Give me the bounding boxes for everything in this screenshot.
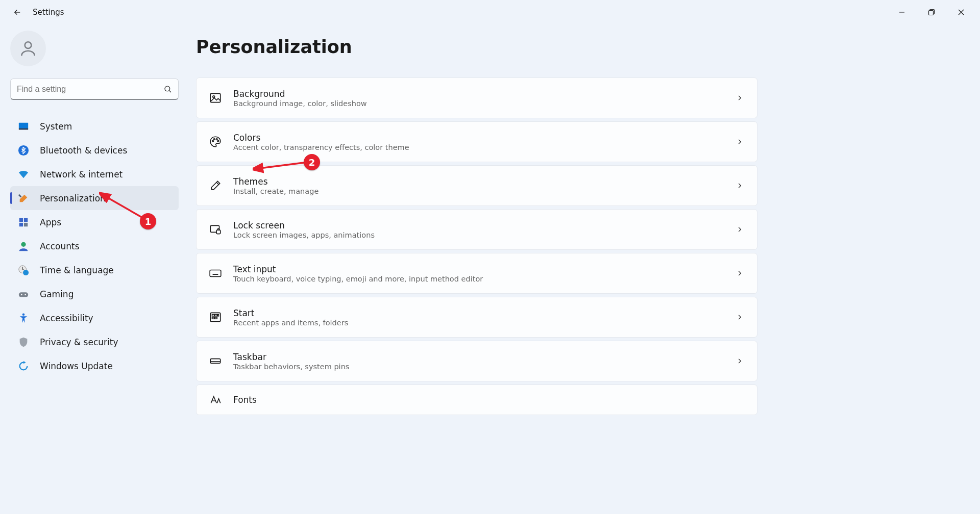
titlebar: Settings <box>0 0 980 24</box>
sidebar-nav: System Bluetooth & devices Network & int… <box>10 114 179 378</box>
arrow-left-icon <box>13 8 22 17</box>
keyboard-icon <box>209 267 222 280</box>
app-title: Settings <box>33 8 64 17</box>
taskbar-icon <box>209 354 222 368</box>
card-start[interactable]: Start Recent apps and items, folders <box>196 297 757 338</box>
card-lock-screen[interactable]: Lock screen Lock screen images, apps, an… <box>196 209 757 250</box>
palette-icon <box>209 135 222 148</box>
gamepad-icon <box>17 288 30 300</box>
card-background[interactable]: Background Background image, color, slid… <box>196 78 757 118</box>
search-box <box>10 79 179 100</box>
card-fonts[interactable]: Fonts <box>196 384 757 415</box>
svg-rect-11 <box>18 194 21 197</box>
font-icon <box>209 393 222 406</box>
sidebar-item-bluetooth[interactable]: Bluetooth & devices <box>10 138 179 162</box>
svg-point-5 <box>25 42 32 48</box>
clock-globe-icon <box>17 264 30 276</box>
sidebar-item-network[interactable]: Network & internet <box>10 162 179 186</box>
chevron-right-icon <box>734 138 745 145</box>
svg-point-29 <box>217 141 219 142</box>
account-icon <box>17 240 30 252</box>
display-icon <box>17 120 30 133</box>
sidebar-item-label: Windows Update <box>40 361 113 371</box>
picture-icon <box>209 91 222 105</box>
maximize-button[interactable] <box>917 2 946 22</box>
svg-rect-24 <box>210 93 220 102</box>
card-title: Fonts <box>233 395 745 405</box>
minimize-icon <box>899 9 905 15</box>
svg-rect-32 <box>210 270 221 277</box>
sidebar-item-label: Personalization <box>40 193 106 203</box>
svg-point-21 <box>24 294 26 295</box>
card-title: Lock screen <box>233 220 723 230</box>
person-icon <box>18 39 38 58</box>
page-title: Personalization <box>196 37 964 57</box>
user-avatar[interactable] <box>10 31 46 66</box>
sidebar-item-windows-update[interactable]: Windows Update <box>10 354 179 378</box>
accessibility-icon <box>17 312 30 324</box>
svg-line-7 <box>169 90 171 92</box>
minimize-button[interactable] <box>887 2 917 22</box>
card-taskbar[interactable]: Taskbar Taskbar behaviors, system pins <box>196 341 757 381</box>
back-button[interactable] <box>8 3 27 21</box>
card-title: Themes <box>233 176 723 187</box>
svg-rect-13 <box>24 218 28 221</box>
svg-point-16 <box>21 242 26 246</box>
sidebar-item-apps[interactable]: Apps <box>10 210 179 234</box>
sidebar-item-privacy[interactable]: Privacy & security <box>10 330 179 354</box>
svg-rect-43 <box>215 317 217 319</box>
brush-icon <box>209 179 222 192</box>
card-subtitle: Accent color, transparency effects, colo… <box>233 143 723 151</box>
update-icon <box>17 360 30 372</box>
card-themes[interactable]: Themes Install, create, manage <box>196 165 757 206</box>
svg-rect-19 <box>19 292 28 297</box>
svg-point-26 <box>212 141 214 142</box>
chevron-right-icon <box>734 270 745 277</box>
sidebar-item-accounts[interactable]: Accounts <box>10 234 179 258</box>
svg-rect-15 <box>24 222 28 226</box>
card-colors[interactable]: Colors Accent color, transparency effect… <box>196 121 757 162</box>
svg-rect-41 <box>217 315 218 316</box>
window-controls <box>887 2 976 22</box>
card-title: Taskbar <box>233 352 723 362</box>
card-text-input[interactable]: Text input Touch keyboard, voice typing,… <box>196 253 757 294</box>
card-subtitle: Taskbar behaviors, system pins <box>233 363 723 371</box>
svg-rect-14 <box>19 222 23 226</box>
svg-point-6 <box>165 86 170 91</box>
sidebar-item-label: Apps <box>40 217 61 227</box>
bluetooth-icon <box>17 144 30 157</box>
shield-icon <box>17 336 30 348</box>
svg-rect-39 <box>212 315 214 316</box>
sidebar-item-personalization[interactable]: Personalization <box>10 186 179 210</box>
svg-point-22 <box>22 313 25 316</box>
sidebar-item-label: Time & language <box>40 265 114 275</box>
sidebar: System Bluetooth & devices Network & int… <box>0 24 184 514</box>
paintbrush-icon <box>17 192 30 204</box>
content-area: Personalization Background Background im… <box>184 24 980 514</box>
search-input[interactable] <box>10 79 179 100</box>
search-icon <box>163 85 173 94</box>
card-subtitle: Recent apps and items, folders <box>233 319 723 327</box>
svg-rect-40 <box>215 315 217 316</box>
sidebar-item-gaming[interactable]: Gaming <box>10 282 179 306</box>
card-title: Start <box>233 308 723 318</box>
apps-icon <box>17 216 30 228</box>
card-subtitle: Background image, color, slideshow <box>233 99 723 108</box>
svg-point-20 <box>21 294 22 295</box>
svg-point-18 <box>23 270 29 275</box>
svg-rect-44 <box>210 359 220 364</box>
card-title: Background <box>233 89 723 99</box>
sidebar-item-label: Gaming <box>40 289 74 299</box>
sidebar-item-time-language[interactable]: Time & language <box>10 258 179 282</box>
sidebar-item-label: Bluetooth & devices <box>40 145 127 156</box>
sidebar-item-label: Privacy & security <box>40 337 118 347</box>
svg-rect-31 <box>216 230 220 234</box>
sidebar-item-label: Accounts <box>40 241 80 251</box>
close-button[interactable] <box>946 2 976 22</box>
sidebar-item-system[interactable]: System <box>10 114 179 138</box>
sidebar-item-accessibility[interactable]: Accessibility <box>10 306 179 330</box>
svg-rect-8 <box>19 122 28 128</box>
start-icon <box>209 311 222 324</box>
chevron-right-icon <box>734 314 745 321</box>
maximize-icon <box>928 9 935 16</box>
